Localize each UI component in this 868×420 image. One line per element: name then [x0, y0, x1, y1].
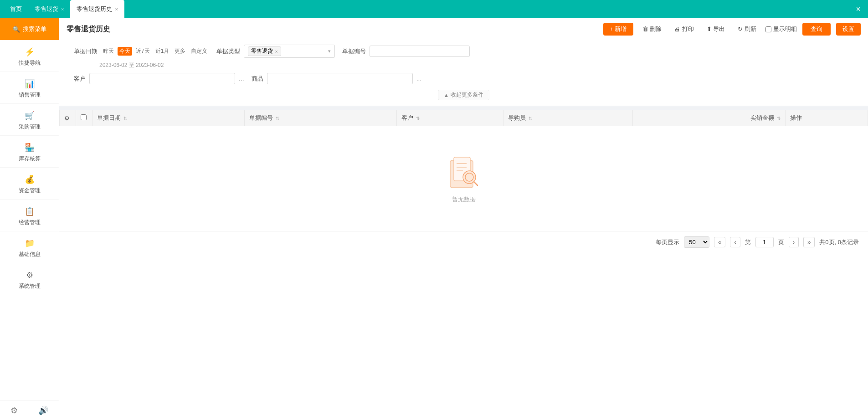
voucher-no-label: 单据编号 [342, 47, 366, 56]
sidebar-item-basic-info-label: 基础信息 [19, 251, 41, 258]
pagination-bar: 每页显示 50 10 20 100 « ‹ 第 页 › » 共0页, 0条记录 [59, 231, 868, 253]
sidebar-item-system[interactable]: ⚙ 系统管理 [0, 263, 59, 295]
page-title-row: 零售退货历史 + 新增 🗑 删除 🖨 打印 ⬆ 导出 ↻ 刷新 显示明细 查询 … [67, 23, 861, 36]
goods-label: 商品 [252, 75, 263, 83]
sidebar-item-operations[interactable]: 📋 经营管理 [0, 200, 59, 231]
voucher-no-filter-group: 单据编号 [342, 46, 470, 57]
tab-retail-return-history-close[interactable]: × [115, 6, 118, 12]
tab-retail-return-label: 零售退货 [35, 5, 58, 13]
goods-input[interactable] [267, 73, 413, 84]
new-button[interactable]: + 新增 [603, 23, 633, 36]
customer-ellipsis-button[interactable]: ... [239, 75, 244, 82]
top-bar: 首页 零售退货 × 零售退货历史 × × [0, 0, 868, 18]
next-page-button[interactable]: › [789, 237, 799, 247]
voucher-type-select[interactable]: 零售退货 × ▾ [244, 45, 335, 58]
th-guide[interactable]: 导购员 ⇅ [503, 110, 633, 126]
content-area: 零售退货历史 + 新增 🗑 删除 🖨 打印 ⬆ 导出 ↻ 刷新 显示明细 查询 … [59, 18, 868, 420]
tab-retail-return-close[interactable]: × [61, 6, 64, 12]
sidebar-item-system-label: 系统管理 [19, 282, 41, 290]
sort-customer-icon: ⇅ [416, 116, 420, 121]
shortcut-more[interactable]: 更多 [173, 47, 187, 56]
first-page-button[interactable]: « [714, 237, 725, 247]
sidebar-item-purchase-label: 采购管理 [19, 123, 41, 131]
setting-button[interactable]: 设置 [836, 23, 861, 36]
sidebar-item-finance[interactable]: 💰 资金管理 [0, 168, 59, 200]
shortcut-7days[interactable]: 近7天 [134, 47, 152, 56]
sidebar-item-sales[interactable]: 📊 销售管理 [0, 72, 59, 104]
voucher-type-filter-group: 单据类型 零售退货 × ▾ [216, 45, 335, 58]
sidebar-audio-button[interactable]: 🔊 [38, 405, 48, 415]
collapse-row: ▲ 收起更多条件 [74, 88, 853, 100]
date-label: 单据日期 [74, 47, 98, 56]
select-all-checkbox[interactable] [81, 114, 87, 120]
table-body: 暂无数据 [60, 126, 868, 231]
page-title: 零售退货历史 [67, 25, 110, 34]
empty-illustration [446, 154, 482, 190]
refresh-button[interactable]: ↻ 刷新 [734, 23, 760, 35]
page-number-input[interactable] [755, 237, 774, 247]
delete-button[interactable]: 🗑 删除 [639, 23, 666, 35]
filter-area: 单据日期 昨天 今天 近7天 近1月 更多 自定义 单据类型 [67, 41, 861, 106]
sidebar-menu: ⚡ 快捷导航 📊 销售管理 🛒 采购管理 🏪 库存核算 💰 资金管理 📋 [0, 40, 59, 400]
goods-ellipsis-button[interactable]: ... [416, 75, 422, 82]
shortcut-custom[interactable]: 自定义 [189, 47, 209, 56]
th-date[interactable]: 单据日期 ⇅ [92, 110, 245, 126]
sidebar-search[interactable]: 🔍 搜索菜单 [0, 18, 59, 40]
sidebar-item-basic-info[interactable]: 📁 基础信息 [0, 231, 59, 263]
sidebar-settings-button[interactable]: ⚙ [10, 405, 18, 415]
th-action: 操作 [785, 110, 868, 126]
shortcut-yesterday[interactable]: 昨天 [101, 47, 116, 56]
sales-icon: 📊 [24, 78, 35, 89]
purchase-icon: 🛒 [24, 110, 35, 121]
export-button[interactable]: ⬆ 导出 [703, 23, 729, 35]
filter-row-1: 单据日期 昨天 今天 近7天 近1月 更多 自定义 单据类型 [74, 45, 853, 58]
th-customer[interactable]: 客户 ⇅ [397, 110, 503, 126]
th-amount[interactable]: 实销金额 ⇅ [633, 110, 785, 126]
empty-state: 暂无数据 [60, 126, 868, 231]
empty-text: 暂无数据 [452, 195, 476, 204]
tab-retail-return[interactable]: 零售退货 × [28, 0, 70, 18]
page-suffix: 页 [778, 238, 784, 246]
sidebar-item-purchase[interactable]: 🛒 采购管理 [0, 104, 59, 136]
th-settings[interactable]: ⚙ [60, 110, 76, 126]
quick-nav-icon: ⚡ [24, 46, 35, 57]
th-checkbox[interactable] [76, 110, 92, 126]
operations-icon: 📋 [24, 206, 35, 217]
page-size-label: 每页显示 [656, 238, 679, 246]
shortcut-today[interactable]: 今天 [118, 47, 132, 56]
customer-input[interactable] [89, 73, 235, 84]
query-button[interactable]: 查询 [802, 23, 831, 36]
data-table: ⚙ 单据日期 ⇅ 单据编号 ⇅ 客户 ⇅ [59, 110, 868, 231]
main-layout: 🔍 搜索菜单 ⚡ 快捷导航 📊 销售管理 🛒 采购管理 🏪 库存核算 💰 [0, 18, 868, 420]
sidebar-item-quick-nav[interactable]: ⚡ 快捷导航 [0, 40, 59, 72]
search-icon: 🔍 [13, 26, 20, 33]
voucher-no-input[interactable] [370, 46, 470, 57]
tab-home[interactable]: 首页 [4, 0, 28, 18]
display-detail-checkbox[interactable]: 显示明细 [765, 25, 797, 33]
finance-icon: 💰 [24, 174, 35, 185]
th-no[interactable]: 单据编号 ⇅ [245, 110, 397, 126]
inventory-icon: 🏪 [24, 142, 35, 153]
sidebar-bottom: ⚙ 🔊 [0, 400, 59, 420]
page-header: 零售退货历史 + 新增 🗑 删除 🖨 打印 ⬆ 导出 ↻ 刷新 显示明细 查询 … [59, 18, 868, 106]
display-detail-input[interactable] [765, 26, 771, 32]
collapse-button[interactable]: ▲ 收起更多条件 [438, 90, 490, 100]
last-page-button[interactable]: » [803, 237, 815, 247]
customer-filter-group: 客户 ... [74, 73, 244, 84]
print-button[interactable]: 🖨 打印 [671, 23, 698, 35]
page-size-select[interactable]: 50 10 20 100 [684, 236, 709, 248]
sidebar-item-inventory[interactable]: 🏪 库存核算 [0, 136, 59, 168]
window-close-button[interactable]: × [856, 5, 861, 14]
date-filter-group: 单据日期 昨天 今天 近7天 近1月 更多 自定义 [74, 47, 209, 56]
sort-amount-icon: ⇅ [777, 116, 781, 121]
voucher-type-chevron: ▾ [328, 48, 331, 54]
tab-retail-return-history[interactable]: 零售退货历史 × [70, 0, 124, 18]
tabs-container: 首页 零售退货 × 零售退货历史 × [4, 0, 868, 18]
sidebar-item-operations-label: 经营管理 [19, 219, 41, 226]
system-icon: ⚙ [24, 270, 35, 281]
prev-page-button[interactable]: ‹ [730, 237, 740, 247]
tab-retail-return-history-label: 零售退货历史 [77, 5, 112, 13]
tab-home-label: 首页 [10, 5, 22, 13]
shortcut-1month[interactable]: 近1月 [154, 47, 171, 56]
voucher-type-tag-close[interactable]: × [275, 49, 277, 54]
